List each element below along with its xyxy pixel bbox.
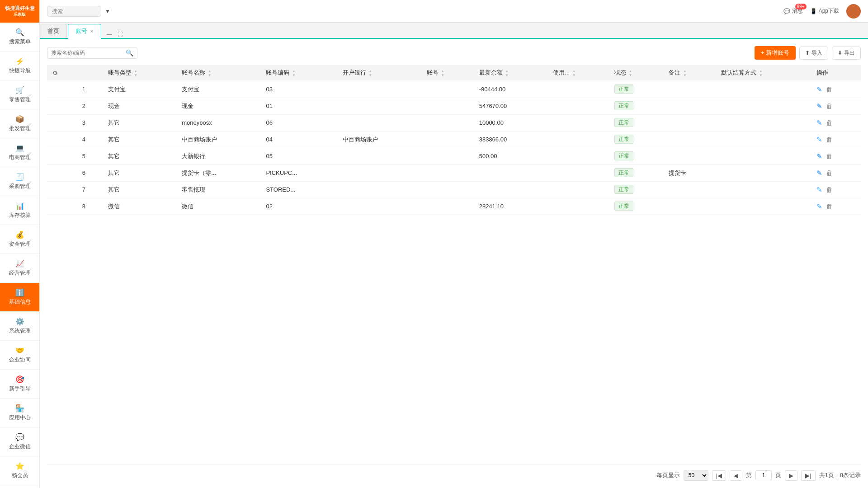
- col-header-account_no[interactable]: 账号 ▲▼: [421, 65, 474, 81]
- row-usage: [547, 148, 609, 164]
- delete-icon[interactable]: 🗑: [826, 186, 833, 193]
- sidebar-item-sys-mgmt[interactable]: ⚙️ 系统管理: [0, 312, 39, 341]
- message-button[interactable]: 💬 消息 99+: [783, 7, 803, 15]
- edit-icon[interactable]: ✎: [816, 152, 822, 160]
- edit-icon[interactable]: ✎: [816, 169, 822, 177]
- add-account-button[interactable]: + 新增账号: [755, 46, 796, 60]
- search-icon[interactable]: 🔍: [126, 49, 133, 56]
- sidebar-label-ops-mgmt: 经营管理: [9, 269, 31, 277]
- sidebar-icon-search-menu: 🔍: [15, 28, 24, 37]
- sidebar-item-enterprise-coop[interactable]: 🤝 企业协同: [0, 341, 39, 370]
- delete-icon[interactable]: 🗑: [826, 102, 833, 110]
- next-page-button[interactable]: ▶: [785, 470, 797, 481]
- row-usage: [547, 131, 609, 148]
- delete-icon[interactable]: 🗑: [826, 169, 833, 177]
- tab-account[interactable]: 账号✕: [68, 24, 101, 39]
- col-header-remark[interactable]: 备注 ▲▼: [663, 65, 716, 81]
- app-download-button[interactable]: 📱 App下载: [810, 7, 839, 15]
- delete-icon[interactable]: 🗑: [826, 85, 833, 93]
- first-page-button[interactable]: |◀: [712, 470, 726, 481]
- prev-page-button[interactable]: ◀: [730, 470, 742, 481]
- window-controls: — ⛶: [106, 31, 124, 38]
- row-type: 其它: [103, 148, 176, 164]
- sort-icon-type: ▲▼: [134, 69, 137, 77]
- last-page-button[interactable]: ▶|: [801, 470, 815, 481]
- col-header-code[interactable]: 账号编码 ▲▼: [260, 65, 337, 81]
- avatar[interactable]: [846, 4, 861, 19]
- col-header-status[interactable]: 状态 ▲▼: [609, 65, 663, 81]
- sidebar-item-enterprise-wechat[interactable]: 💬 企业微信: [0, 427, 39, 456]
- row-bank: 中百商场账户: [337, 131, 421, 148]
- row-status: 正常: [609, 181, 663, 198]
- col-header-usage[interactable]: 使用... ▲▼: [547, 65, 609, 81]
- row-settings: [47, 98, 77, 114]
- row-action: ✎ 🗑: [811, 164, 861, 181]
- per-page-select[interactable]: 102050100: [684, 470, 708, 481]
- sidebar-item-purchase-mgmt[interactable]: 🧾 采购管理: [0, 167, 39, 196]
- col-header-default_settle[interactable]: 默认结算方式 ▲▼: [716, 65, 811, 81]
- row-account-no: [421, 164, 474, 181]
- row-action: ✎ 🗑: [811, 81, 861, 98]
- row-code: 03: [260, 81, 337, 98]
- edit-icon[interactable]: ✎: [816, 119, 822, 127]
- col-header-type[interactable]: 账号类型 ▲▼: [103, 65, 176, 81]
- sidebar-item-retail-mgmt[interactable]: 🛒 零售管理: [0, 80, 39, 109]
- minimize-icon[interactable]: —: [106, 31, 113, 38]
- search-box[interactable]: 🔍: [47, 47, 137, 59]
- row-index: 2: [77, 98, 103, 114]
- maximize-icon[interactable]: ⛶: [117, 31, 124, 38]
- row-type: 支付宝: [103, 81, 176, 98]
- edit-icon[interactable]: ✎: [816, 102, 822, 110]
- row-action: ✎ 🗑: [811, 131, 861, 148]
- col-header-name[interactable]: 账号名称 ▲▼: [176, 65, 260, 81]
- sidebar-icon-quick-nav: ⚡: [15, 57, 24, 66]
- sidebar-item-app-center[interactable]: 🏪 应用中心: [0, 399, 39, 427]
- sidebar-item-inventory-calc[interactable]: 📊 库存核算: [0, 196, 39, 225]
- sidebar-item-ops-mgmt[interactable]: 📈 经营管理: [0, 254, 39, 283]
- sidebar-icon-purchase-mgmt: 🧾: [15, 173, 24, 181]
- delete-icon[interactable]: 🗑: [826, 119, 833, 127]
- sidebar-item-new-guide[interactable]: 🎯 新手引导: [0, 370, 39, 399]
- row-remark: 提货卡: [663, 164, 716, 181]
- tab-close-account[interactable]: ✕: [90, 29, 94, 34]
- import-icon: ⬆: [805, 50, 810, 56]
- edit-icon[interactable]: ✎: [816, 136, 822, 144]
- col-header-settings: ⚙: [47, 65, 77, 81]
- sidebar-item-wholesale-mgmt[interactable]: 📦 批发管理: [0, 109, 39, 138]
- delete-icon[interactable]: 🗑: [826, 136, 833, 143]
- sidebar-icon-capital-mgmt: 💰: [15, 230, 24, 239]
- col-header-bank[interactable]: 开户银行 ▲▼: [337, 65, 421, 81]
- topbar-dropdown[interactable]: ▼: [105, 8, 110, 14]
- sidebar-item-search-menu[interactable]: 🔍 搜索菜单: [0, 23, 39, 52]
- tab-home[interactable]: 首页: [40, 24, 67, 38]
- topbar: ▼ 💬 消息 99+ 📱 App下载: [40, 0, 868, 23]
- sidebar-item-ecommerce-mgmt[interactable]: 💻 电商管理: [0, 138, 39, 167]
- export-button[interactable]: ⬇ 导出: [832, 47, 861, 60]
- topbar-search-input[interactable]: [47, 6, 101, 17]
- edit-icon[interactable]: ✎: [816, 85, 822, 94]
- sidebar-icon-ops-mgmt: 📈: [15, 259, 24, 268]
- sort-icon-code: ▲▼: [292, 69, 296, 77]
- row-account-no: [421, 148, 474, 164]
- toolbar-left: 🔍: [47, 47, 137, 59]
- sidebar-item-quick-nav[interactable]: ⚡ 快捷导航: [0, 52, 39, 80]
- search-input[interactable]: [51, 50, 126, 56]
- col-header-balance[interactable]: 最新余额 ▲▼: [474, 65, 547, 81]
- sidebar-item-capital-mgmt[interactable]: 💰 资金管理: [0, 225, 39, 254]
- delete-icon[interactable]: 🗑: [826, 152, 833, 160]
- sidebar-item-vip-member[interactable]: ⭐ 畅会员: [0, 456, 39, 485]
- page-input[interactable]: [755, 470, 772, 480]
- row-name: 大新银行: [176, 148, 260, 164]
- row-code: 02: [260, 198, 337, 215]
- table-settings-icon[interactable]: ⚙: [52, 70, 58, 76]
- edit-icon[interactable]: ✎: [816, 202, 822, 211]
- sidebar-item-basic-info[interactable]: ℹ️ 基础信息: [0, 283, 39, 312]
- edit-icon[interactable]: ✎: [816, 186, 822, 194]
- row-default-settle: [716, 164, 811, 181]
- main-area: ▼ 💬 消息 99+ 📱 App下载 首页账号✕ — ⛶: [40, 0, 868, 488]
- row-code: 06: [260, 114, 337, 131]
- import-button[interactable]: ⬆ 导入: [799, 47, 828, 60]
- row-name: 支付宝: [176, 81, 260, 98]
- export-icon: ⬇: [838, 50, 842, 56]
- delete-icon[interactable]: 🗑: [826, 202, 833, 210]
